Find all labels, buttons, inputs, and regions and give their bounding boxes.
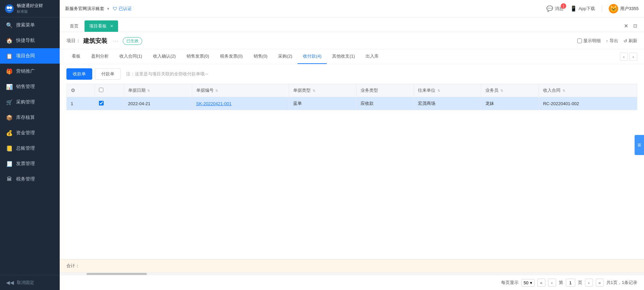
subtab-kanban-label: 看板 xyxy=(72,54,80,59)
tab-home[interactable]: 首页 xyxy=(65,20,83,32)
subtab-sales-invoice[interactable]: 销售发票(0) xyxy=(181,49,215,64)
sidebar-item-tax[interactable]: 🏛 税务管理 xyxy=(0,171,60,187)
col-income-contract[interactable]: 收入合同 ⇅ xyxy=(539,84,637,97)
account-selector[interactable]: 新服务官网演示账套 ▼ xyxy=(65,6,110,12)
inner-tab-receipt-label: 收款单 xyxy=(73,71,86,76)
topbar-right: 💬 消息 1 📱 App下载 🐱 用户3355 xyxy=(546,4,639,13)
account-name: 新服务官网演示账套 xyxy=(65,6,104,12)
col-staff[interactable]: 业务员 ⇅ xyxy=(481,84,539,97)
subtab-in-out-label: 出入库 xyxy=(366,54,379,59)
user-menu[interactable]: 🐱 用户3355 xyxy=(609,4,639,13)
svg-point-0 xyxy=(5,4,14,13)
topbar-left: 新服务官网演示账套 ▼ 🛡 已认证 xyxy=(65,6,546,12)
row-checkbox[interactable] xyxy=(99,101,104,105)
tab-project-board[interactable]: 项目看板 ✕ xyxy=(85,20,118,32)
col-date[interactable]: 单据日期 ⇅ xyxy=(124,84,192,97)
export-icon: ↑ xyxy=(606,39,608,44)
subtabs: 看板 盈利分析 收入合同(1) 收入确认(2) 销售发票(0) 税务发票(0) … xyxy=(60,49,644,64)
subtab-kanban[interactable]: 看板 xyxy=(66,49,86,64)
subtab-other-expense-label: 其他收支(1) xyxy=(332,54,355,59)
inner-note: 注：这里是与项目关联的全部收付款单哦～ xyxy=(126,71,209,77)
topbar: 新服务官网演示账套 ▼ 🛡 已认证 💬 消息 1 📱 App下载 🐱 用户335… xyxy=(60,0,644,17)
show-detail-checkbox[interactable] xyxy=(577,39,582,43)
first-page-btn[interactable]: « xyxy=(537,279,545,287)
last-page-btn[interactable]: » xyxy=(596,279,604,287)
settings-icon[interactable]: ⚙ xyxy=(71,87,75,93)
table-row[interactable]: 1 2022-04-21 SK-20220421-001 蓝单 应收款 宏茂商场… xyxy=(67,97,637,110)
subtab-other-expense[interactable]: 其他收支(1) xyxy=(327,49,360,64)
table-wrapper: ⚙ 单据日期 ⇅ 单据编号 ⇅ xyxy=(60,80,644,259)
subtab-sales[interactable]: 销售(0) xyxy=(248,49,273,64)
subtab-income-contract-label: 收入合同(1) xyxy=(119,54,142,59)
subtabs-prev-btn[interactable]: ‹ xyxy=(620,53,628,61)
window-close-btn[interactable]: ✕ xyxy=(623,22,629,29)
scrollbar-thumb[interactable] xyxy=(87,273,147,275)
per-page-select[interactable]: 50 ▾ xyxy=(521,279,534,287)
next-page-btn[interactable]: › xyxy=(585,279,593,287)
user-name: 用户3355 xyxy=(620,6,639,12)
col-number[interactable]: 单据编号 ⇅ xyxy=(192,84,289,97)
horizontal-scrollbar[interactable] xyxy=(60,272,644,275)
show-detail-btn[interactable]: 显示明细 xyxy=(577,38,601,44)
refresh-btn[interactable]: ↺ 刷新 xyxy=(624,38,637,44)
subtab-receipts[interactable]: 收付款(4) xyxy=(298,49,327,64)
side-panel-btn[interactable]: ≡ xyxy=(635,135,644,155)
receipts-table: ⚙ 单据日期 ⇅ 单据编号 ⇅ xyxy=(66,84,637,110)
subtab-tax-invoice[interactable]: 税务发票(0) xyxy=(215,49,248,64)
fund-icon: 💰 xyxy=(6,130,13,136)
sidebar-item-purchase[interactable]: 🛒 采购管理 xyxy=(0,94,60,110)
current-page: 1 xyxy=(566,279,575,287)
sidebar-item-inventory[interactable]: 📦 库存核算 xyxy=(0,110,60,125)
svg-point-1 xyxy=(7,6,9,9)
sidebar-unpin[interactable]: ◀◀ 取消固定 xyxy=(0,275,60,290)
sidebar-item-project[interactable]: 📋 项目合同 xyxy=(0,48,60,64)
col-settings[interactable]: ⚙ xyxy=(67,84,95,97)
project-status-badge: 已生效 xyxy=(123,37,142,45)
subtabs-next-btn[interactable]: › xyxy=(629,53,637,61)
purchase-icon: 🛒 xyxy=(6,99,13,105)
subtab-profit[interactable]: 盈利分析 xyxy=(86,49,114,64)
unpin-icon: ◀◀ xyxy=(6,280,14,286)
cell-type: 蓝单 xyxy=(289,97,357,110)
inner-tab-receipt[interactable]: 收款单 xyxy=(66,68,92,80)
message-btn[interactable]: 💬 消息 1 xyxy=(546,5,564,12)
last-page-icon: » xyxy=(598,280,601,285)
subtab-income-confirm[interactable]: 收入确认(2) xyxy=(148,49,181,64)
project-icon: 📋 xyxy=(6,53,13,59)
phone-icon: 📱 xyxy=(570,5,577,12)
window-expand-btn[interactable]: ⊡ xyxy=(632,22,639,29)
export-btn[interactable]: ↑ 导出 xyxy=(606,38,619,44)
col-partner[interactable]: 往来单位 ⇅ xyxy=(414,84,481,97)
sidebar-item-marketing[interactable]: 🎁 营销推广 xyxy=(0,64,60,79)
cell-number[interactable]: SK-20220421-001 xyxy=(192,97,289,110)
subtab-income-contract[interactable]: 收入合同(1) xyxy=(114,49,148,64)
sidebar-item-nav[interactable]: 🏠 快捷导航 xyxy=(0,33,60,48)
col-number-label: 单据编号 xyxy=(196,88,214,93)
tabbar-right: ✕ ⊡ xyxy=(623,22,639,32)
sidebar-item-fund[interactable]: 💰 资金管理 xyxy=(0,125,60,141)
app-download-btn[interactable]: 📱 App下载 xyxy=(570,5,595,12)
inner-tab-payment[interactable]: 付款单 xyxy=(95,68,121,80)
select-all-checkbox[interactable] xyxy=(99,88,103,92)
avatar: 🐱 xyxy=(609,4,618,13)
cell-date: 2022-04-21 xyxy=(124,97,192,110)
sidebar-item-search[interactable]: 🔍 搜索菜单 xyxy=(0,17,60,33)
cell-checkbox xyxy=(95,97,124,110)
total-bar: 合计： xyxy=(60,259,644,272)
page-label: 第 xyxy=(559,280,563,286)
sidebar-item-invoice[interactable]: 🧾 发票管理 xyxy=(0,156,60,171)
sidebar-item-label: 销售管理 xyxy=(16,84,35,90)
receipt-link[interactable]: SK-20220421-001 xyxy=(196,101,232,106)
certified-badge: 🛡 已认证 xyxy=(113,6,132,12)
subtab-in-out[interactable]: 出入库 xyxy=(360,49,384,64)
project-more-btn[interactable]: ··· xyxy=(113,38,119,44)
total-label: 合计： xyxy=(66,263,79,269)
inventory-icon: 📦 xyxy=(6,114,13,121)
main-area: 新服务官网演示账套 ▼ 🛡 已认证 💬 消息 1 📱 App下载 🐱 用户335… xyxy=(60,0,644,290)
subtab-purchase[interactable]: 采购(2) xyxy=(273,49,298,64)
sidebar-item-sales[interactable]: 📊 销售管理 xyxy=(0,79,60,94)
prev-page-btn[interactable]: ‹ xyxy=(548,279,556,287)
sidebar-item-ledger[interactable]: 📒 总账管理 xyxy=(0,141,60,156)
col-type[interactable]: 单据类型 ⇅ xyxy=(289,84,357,97)
tab-close-icon[interactable]: ✕ xyxy=(110,24,113,28)
